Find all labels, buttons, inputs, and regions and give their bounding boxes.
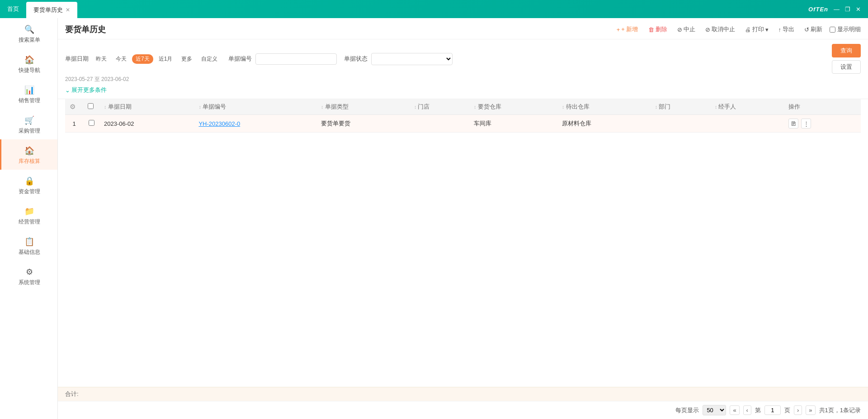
refresh-icon: ↺ (804, 26, 809, 33)
shortcut-yesterday[interactable]: 昨天 (92, 54, 110, 64)
row-doc-no-0[interactable]: YH-20230602-0 (194, 115, 316, 133)
header-row: ⚙ 单据日期 单据编号 单据类型 门店 要货仓库 待出仓库 部门 经手人 操 (65, 99, 861, 115)
export-icon: ↑ (778, 26, 782, 33)
shortcut-custom[interactable]: 自定义 (198, 54, 221, 64)
toolbar: + + 新增 🗑 删除 ⊘ 中止 ⊘ 取消中止 🖨 打印 (614, 24, 861, 35)
row-store-0 (410, 115, 469, 133)
cancel-stop-icon: ⊘ (705, 26, 710, 33)
refresh-label: 刷新 (811, 25, 822, 33)
print-icon: 🖨 (745, 26, 751, 33)
display-detail-toggle[interactable]: 显示明细 (830, 25, 861, 33)
docno-input[interactable] (255, 53, 337, 65)
docno-label: 单据编号 (228, 55, 252, 63)
delete-button[interactable]: 🗑 删除 (646, 24, 670, 35)
sidebar-item-purchase[interactable]: 🛒 采购管理 (0, 109, 57, 139)
row-operation-0: 🖹 ⋮ (784, 115, 861, 133)
delete-label: 删除 (656, 25, 667, 33)
op-more-0[interactable]: ⋮ (801, 119, 811, 129)
operations-icon: 📁 (24, 206, 34, 216)
sidebar: 🔍 搜索菜单 🏠 快捷导航 📊 销售管理 🛒 采购管理 🏠 库存核算 🔒 资金管… (0, 18, 58, 419)
top-bar: 首页 要货单历史 ✕ OfTEn — ❐ ✕ (0, 0, 868, 18)
th-department[interactable]: 部门 (651, 99, 710, 115)
sidebar-item-system[interactable]: ⚙ 系统管理 (0, 261, 57, 291)
shortcut-more[interactable]: 更多 (178, 54, 196, 64)
sidebar-search-label: 搜索菜单 (19, 36, 40, 44)
cancel-stop-button[interactable]: ⊘ 取消中止 (703, 24, 738, 35)
sidebar-item-quick-nav[interactable]: 🏠 快捷导航 (0, 48, 57, 79)
th-req-warehouse[interactable]: 要货仓库 (469, 99, 557, 115)
sidebar-item-sales[interactable]: 📊 销售管理 (0, 79, 57, 109)
page-header: 要货单历史 + + 新增 🗑 删除 ⊘ 中止 ⊘ 取消中止 (58, 18, 868, 39)
sidebar-item-search[interactable]: 🔍 搜索菜单 (0, 18, 57, 48)
status-select[interactable] (371, 53, 453, 65)
search-menu-icon: 🔍 (24, 24, 34, 34)
table-body: 1 2023-06-02 YH-20230602-0 要货单要货 车间库 原材料… (65, 115, 861, 133)
per-page-select[interactable]: 50 100 200 (703, 405, 726, 415)
stop-icon: ⊘ (677, 26, 682, 33)
status-label: 单据状态 (344, 55, 368, 63)
row-doc-type-0: 要货单要货 (316, 115, 410, 133)
tab-close-icon[interactable]: ✕ (66, 7, 70, 13)
tab-requisition-label: 要货单历史 (33, 6, 63, 14)
shortcut-today[interactable]: 今天 (112, 54, 130, 64)
delete-icon: 🗑 (648, 26, 654, 33)
th-store[interactable]: 门店 (410, 99, 469, 115)
export-button[interactable]: ↑ 导出 (776, 24, 797, 35)
close-btn[interactable]: ✕ (856, 6, 861, 13)
print-label: 打印 (752, 25, 764, 33)
sidebar-item-operations[interactable]: 📁 经营管理 (0, 200, 57, 230)
table-footer: 合计: (58, 387, 868, 401)
shortcut-last7[interactable]: 近7天 (132, 54, 153, 64)
display-detail-label: 显示明细 (837, 25, 861, 33)
restore-btn[interactable]: ❐ (845, 6, 850, 13)
date-filter-label: 单据日期 (65, 55, 89, 63)
first-page-btn[interactable]: « (730, 405, 739, 415)
shortcut-last-month[interactable]: 近1月 (155, 54, 176, 64)
th-doc-no[interactable]: 单据编号 (194, 99, 316, 115)
th-doc-date[interactable]: 单据日期 (99, 99, 194, 115)
th-handler[interactable]: 经手人 (710, 99, 784, 115)
refresh-button[interactable]: ↺ 刷新 (802, 24, 825, 35)
sidebar-item-inventory[interactable]: 🏠 库存核算 (0, 139, 57, 170)
display-detail-checkbox[interactable] (830, 27, 835, 33)
tab-requisition-history[interactable]: 要货单历史 ✕ (26, 2, 77, 18)
sales-icon: 📊 (24, 85, 34, 95)
page-input[interactable] (764, 405, 781, 415)
table-head: ⚙ 单据日期 单据编号 单据类型 门店 要货仓库 待出仓库 部门 经手人 操 (65, 99, 861, 115)
sidebar-finance-label: 资金管理 (19, 188, 40, 195)
row-doc-date-0: 2023-06-02 (99, 115, 194, 133)
settings-col-header: ⚙ (65, 99, 83, 115)
quick-nav-icon: 🏠 (24, 55, 34, 65)
th-doc-type[interactable]: 单据类型 (316, 99, 410, 115)
row-check-0[interactable] (89, 120, 94, 126)
row-handler-0 (710, 115, 784, 133)
next-page-btn[interactable]: › (794, 405, 802, 415)
top-bar-right: OfTEn — ❐ ✕ (808, 6, 868, 13)
date-range-text: 2023-05-27 至 2023-06-02 (65, 76, 129, 82)
sidebar-item-finance[interactable]: 🔒 资金管理 (0, 170, 57, 200)
last-page-btn[interactable]: » (806, 405, 815, 415)
sidebar-quick-nav-label: 快捷导航 (19, 67, 40, 74)
row-department-0 (651, 115, 710, 133)
sidebar-basic-info-label: 基础信息 (19, 248, 40, 256)
select-all-checkbox[interactable] (88, 103, 94, 109)
th-pending-warehouse[interactable]: 待出仓库 (557, 99, 651, 115)
sidebar-operations-label: 经营管理 (19, 218, 40, 226)
basic-info-icon: 📋 (24, 237, 34, 247)
summary-label: 合计: (65, 390, 79, 397)
new-button[interactable]: + + 新增 (614, 24, 641, 35)
sidebar-item-basic-info[interactable]: 📋 基础信息 (0, 230, 57, 261)
settings-button[interactable]: 设置 (832, 60, 861, 74)
print-button[interactable]: 🖨 打印 ▾ (742, 24, 771, 35)
stop-button[interactable]: ⊘ 中止 (675, 24, 698, 35)
prev-page-btn[interactable]: ‹ (743, 405, 751, 415)
minimize-btn[interactable]: — (834, 6, 840, 13)
doc-no-link-0[interactable]: YH-20230602-0 (198, 120, 240, 127)
query-button[interactable]: 查询 (832, 44, 861, 57)
expand-more-btn[interactable]: ⌄ 展开更多条件 (65, 86, 861, 94)
tab-home[interactable]: 首页 (0, 0, 26, 18)
op-view-0[interactable]: 🖹 (788, 119, 798, 129)
page-title: 要货单历史 (65, 24, 614, 35)
pagination-bar: 每页显示 50 100 200 « ‹ 第 页 › » 共1页，1条记录 (58, 401, 868, 419)
settings-gear-icon[interactable]: ⚙ (70, 103, 75, 110)
